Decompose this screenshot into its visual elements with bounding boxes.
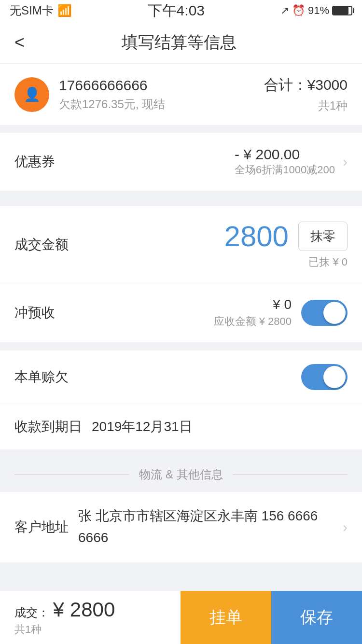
coupon-detail: 全场6折满1000减200 (235, 163, 335, 177)
pre-receive-values: ¥ 0 应收金额 ¥ 2800 (214, 297, 292, 329)
bottom-summary: 成交： ¥ 2800 共1种 (0, 598, 181, 637)
save-button[interactable]: 保存 (271, 591, 362, 644)
credit-toggle-knob (323, 366, 346, 388)
total-count: 共1种 (264, 98, 348, 113)
deal-amount-sub: 已抹 ¥ 0 (224, 255, 348, 269)
location-icon: ↗ (280, 4, 289, 17)
deal-amount-label: 成交金额 (14, 236, 69, 254)
bottom-deal-label: 成交： (14, 606, 49, 619)
deal-amount-right: 2800 抹零 已抹 ¥ 0 (224, 220, 348, 269)
deal-amount-value: 2800 (224, 220, 289, 253)
logistics-line-right (233, 475, 348, 475)
coupon-chevron-icon: › (343, 154, 348, 170)
section-divider-1 (0, 198, 362, 206)
status-right: ↗ ⏰ 91% (280, 4, 352, 17)
alarm-icon: ⏰ (292, 4, 305, 17)
pre-receive-right: ¥ 0 应收金额 ¥ 2800 (214, 297, 348, 329)
page-title: 填写结算等信息 (29, 31, 328, 54)
deal-amount-row: 成交金额 2800 抹零 已抹 ¥ 0 (0, 206, 362, 283)
bottom-count: 共1种 (14, 622, 166, 637)
logistics-line-left (14, 475, 129, 475)
address-chevron-icon: › (343, 519, 348, 535)
due-date-label: 收款到期日 (14, 418, 82, 436)
bottom-deal-row: 成交： ¥ 2800 (14, 598, 166, 621)
section-divider-2 (0, 343, 362, 350)
section-divider-3 (0, 449, 362, 457)
credit-note-label: 本单赊欠 (14, 368, 69, 386)
toggle-knob (323, 302, 346, 324)
coupon-row[interactable]: 优惠券 - ¥ 200.00 全场6折满1000减200 › (0, 133, 362, 191)
coupon-value-area: - ¥ 200.00 全场6折满1000减200 (235, 146, 335, 177)
back-button[interactable]: < (14, 28, 29, 57)
logistics-label: 物流 & 其他信息 (139, 467, 223, 482)
pre-receive-amount: ¥ 0 (273, 297, 292, 312)
avatar-icon: 👤 (24, 86, 41, 102)
total-amount: 合计：¥3000 (264, 75, 348, 95)
coupon-discount: - ¥ 200.00 (235, 146, 335, 163)
wifi-icon: 📶 (57, 4, 72, 17)
carrier-text: 无SIM卡 (10, 3, 54, 18)
address-row[interactable]: 客户地址 张 北京市市辖区海淀区永丰南 156 6666 6666 › (0, 492, 362, 562)
address-value: 张 北京市市辖区海淀区永丰南 156 6666 6666 (78, 505, 333, 549)
customer-phone: 17666666666 (59, 77, 264, 94)
bottom-bar: 成交： ¥ 2800 共1种 挂单 保存 (0, 591, 362, 644)
status-time: 下午4:03 (148, 1, 205, 21)
due-date-value: 2019年12月31日 (92, 418, 193, 436)
pre-receive-toggle[interactable] (301, 300, 348, 326)
coupon-right: - ¥ 200.00 全场6折满1000减200 › (235, 146, 348, 177)
pre-receive-sub: 应收金额 ¥ 2800 (214, 314, 292, 329)
battery-icon (332, 6, 352, 15)
customer-info: 17666666666 欠款1276.35元, 现结 (59, 77, 264, 112)
bottom-deal-amount: ¥ 2800 (53, 598, 115, 621)
due-date-row: 收款到期日 2019年12月31日 (0, 404, 362, 449)
deal-amount-value-area: 2800 抹零 (224, 220, 348, 253)
status-left: 无SIM卡 📶 (10, 3, 72, 18)
address-label: 客户地址 (14, 518, 69, 536)
nav-bar: < 填写结算等信息 (0, 21, 362, 64)
customer-debt: 欠款1276.35元, 现结 (59, 97, 264, 112)
battery-percent: 91% (308, 4, 329, 17)
round-button[interactable]: 抹零 (298, 222, 348, 251)
customer-total: 合计：¥3000 共1种 (264, 75, 348, 113)
logistics-header: 物流 & 其他信息 (0, 457, 362, 492)
hold-button[interactable]: 挂单 (181, 591, 271, 644)
pre-receive-row: 冲预收 ¥ 0 应收金额 ¥ 2800 (0, 283, 362, 343)
coupon-label: 优惠券 (14, 153, 55, 171)
pre-receive-label: 冲预收 (14, 304, 55, 322)
status-bar: 无SIM卡 📶 下午4:03 ↗ ⏰ 91% (0, 0, 362, 21)
credit-note-toggle[interactable] (301, 364, 348, 390)
credit-note-row: 本单赊欠 (0, 350, 362, 404)
customer-row: 👤 17666666666 欠款1276.35元, 现结 合计：¥3000 共1… (0, 64, 362, 125)
content-area: 👤 17666666666 欠款1276.35元, 现结 合计：¥3000 共1… (0, 64, 362, 644)
avatar: 👤 (14, 77, 49, 112)
